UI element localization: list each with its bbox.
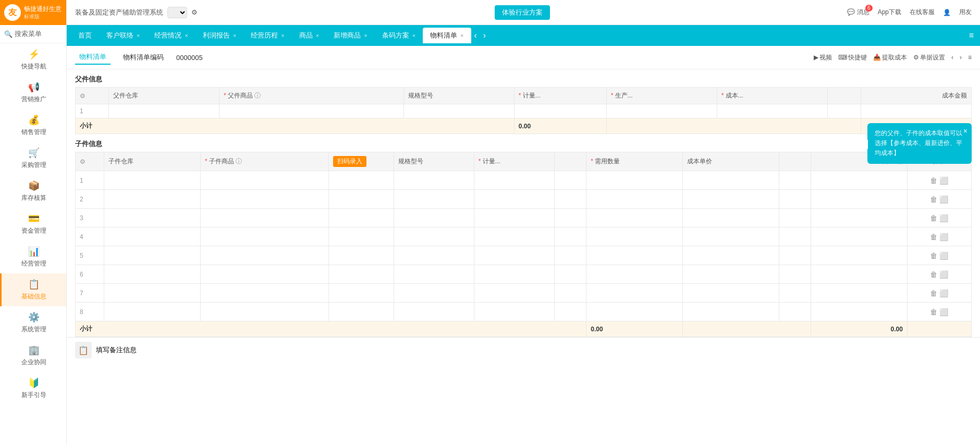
copy-icon[interactable]: ⬜ bbox=[939, 195, 948, 203]
sidebar-item-inventory[interactable]: 📦 库存核算 bbox=[0, 175, 66, 208]
tabs-arrow-right[interactable]: › bbox=[480, 29, 489, 42]
sidebar-item-finance[interactable]: 💳 资金管理 bbox=[0, 208, 66, 241]
child-row-unit[interactable] bbox=[474, 246, 554, 265]
child-row-product[interactable] bbox=[201, 303, 329, 321]
delete-icon[interactable]: 🗑 bbox=[930, 176, 937, 185]
child-row-required-qty[interactable] bbox=[586, 190, 683, 209]
child-row-warehouse[interactable] bbox=[104, 190, 201, 209]
child-row-unit-cost[interactable] bbox=[682, 265, 779, 284]
child-row-unit-cost[interactable] bbox=[682, 246, 779, 265]
copy-icon[interactable]: ⬜ bbox=[939, 251, 948, 260]
action-extract-cost[interactable]: 📥 提取成本 bbox=[873, 53, 907, 62]
scan-button[interactable]: 扫码录入 bbox=[333, 156, 366, 167]
child-row-unit-cost[interactable] bbox=[682, 171, 779, 190]
child-row-required-qty[interactable] bbox=[586, 303, 683, 321]
delete-icon[interactable]: 🗑 bbox=[930, 308, 937, 316]
child-row-warehouse[interactable] bbox=[104, 303, 201, 321]
sub-tab-bom[interactable]: 物料清单 bbox=[75, 50, 111, 65]
action-single-settings[interactable]: ⚙ 单据设置 bbox=[913, 53, 945, 62]
app-download[interactable]: App下载 bbox=[878, 8, 901, 17]
child-row-unit[interactable] bbox=[474, 265, 554, 284]
delete-icon[interactable]: 🗑 bbox=[930, 233, 937, 241]
action-view[interactable]: ▶ 视频 bbox=[814, 53, 832, 62]
tab-products-close[interactable]: × bbox=[316, 32, 319, 39]
child-row-unit-cost[interactable] bbox=[682, 303, 779, 321]
user-name[interactable]: 用友 bbox=[959, 8, 972, 17]
tab-barcode-close[interactable]: × bbox=[412, 32, 415, 39]
online-service[interactable]: 在线客服 bbox=[910, 8, 935, 17]
child-row-product[interactable] bbox=[201, 171, 329, 190]
sidebar-item-enterprise[interactable]: 🏢 企业协同 bbox=[0, 339, 66, 372]
child-row-product[interactable] bbox=[201, 246, 329, 265]
tab-profit-close[interactable]: × bbox=[233, 32, 236, 39]
tab-customer[interactable]: 客户联络 × bbox=[99, 28, 147, 43]
tab-operations-history[interactable]: 经营历程 × bbox=[243, 28, 291, 43]
child-row-unit-cost[interactable] bbox=[682, 284, 779, 303]
parent-gear-icon[interactable]: ⚙ bbox=[80, 92, 85, 100]
child-row-warehouse[interactable] bbox=[104, 265, 201, 284]
child-row-unit[interactable] bbox=[474, 303, 554, 321]
sidebar-item-guide[interactable]: 🔰 新手引导 bbox=[0, 372, 66, 405]
copy-icon[interactable]: ⬜ bbox=[939, 214, 948, 222]
tabs-close-all[interactable]: ≡ bbox=[967, 29, 976, 42]
child-row-warehouse[interactable] bbox=[104, 209, 201, 227]
child-row-warehouse[interactable] bbox=[104, 227, 201, 246]
tab-customer-close[interactable]: × bbox=[137, 32, 140, 39]
parent-row-production[interactable] bbox=[606, 104, 717, 118]
child-row-required-qty[interactable] bbox=[586, 227, 683, 246]
child-row-product[interactable] bbox=[201, 284, 329, 303]
tab-profit-report[interactable]: 利润报告 × bbox=[195, 28, 243, 43]
child-row-spec[interactable] bbox=[394, 265, 474, 284]
child-row-required-qty[interactable] bbox=[586, 246, 683, 265]
delete-icon[interactable]: 🗑 bbox=[930, 289, 937, 297]
sub-tab-bom-code[interactable]: 物料清单编码 bbox=[119, 51, 168, 64]
delete-icon[interactable]: 🗑 bbox=[930, 195, 937, 203]
tab-new-product[interactable]: 新增商品 × bbox=[326, 28, 374, 43]
sidebar-search[interactable]: 🔍 搜索菜单 bbox=[0, 25, 66, 43]
sidebar-item-quick-nav[interactable]: ⚡ 快捷导航 bbox=[0, 43, 66, 76]
child-row-required-qty[interactable] bbox=[586, 284, 683, 303]
tab-products[interactable]: 商品 × bbox=[292, 28, 326, 43]
sidebar-item-sales[interactable]: 💰 销售管理 bbox=[0, 109, 66, 142]
child-row-product[interactable] bbox=[201, 190, 329, 209]
child-col-settings[interactable]: ⚙ bbox=[76, 152, 104, 171]
copy-icon[interactable]: ⬜ bbox=[939, 233, 948, 241]
delete-icon[interactable]: 🗑 bbox=[930, 270, 937, 279]
copy-icon[interactable]: ⬜ bbox=[939, 308, 948, 316]
child-row-product[interactable] bbox=[201, 227, 329, 246]
child-row-required-qty[interactable] bbox=[586, 265, 683, 284]
child-row-spec[interactable] bbox=[394, 303, 474, 321]
child-row-required-qty[interactable] bbox=[586, 171, 683, 190]
tab-new-product-close[interactable]: × bbox=[364, 32, 367, 39]
tab-operations-status[interactable]: 经营情况 × bbox=[147, 28, 195, 43]
delete-icon[interactable]: 🗑 bbox=[930, 251, 937, 260]
tab-operations-close[interactable]: × bbox=[185, 32, 188, 39]
tab-home[interactable]: 首页 bbox=[71, 28, 99, 43]
child-row-product[interactable] bbox=[201, 209, 329, 227]
parent-col-settings[interactable]: ⚙ bbox=[76, 88, 109, 104]
child-row-spec[interactable] bbox=[394, 209, 474, 227]
system-selector[interactable] bbox=[167, 7, 187, 18]
child-row-required-qty[interactable] bbox=[586, 209, 683, 227]
nav-arrow-prev[interactable]: ‹ bbox=[951, 54, 953, 61]
child-row-spec[interactable] bbox=[394, 246, 474, 265]
parent-row-cost[interactable] bbox=[717, 104, 827, 118]
tab-bom-close[interactable]: × bbox=[460, 32, 463, 39]
child-row-product[interactable] bbox=[201, 265, 329, 284]
child-row-spec[interactable] bbox=[394, 227, 474, 246]
sidebar-item-marketing[interactable]: 📢 营销推广 bbox=[0, 76, 66, 109]
child-row-spec[interactable] bbox=[394, 171, 474, 190]
copy-icon[interactable]: ⬜ bbox=[939, 270, 948, 279]
parent-row-spec[interactable] bbox=[403, 104, 514, 118]
child-row-unit-cost[interactable] bbox=[682, 190, 779, 209]
nav-arrow-next[interactable]: › bbox=[960, 54, 962, 61]
message-wrap[interactable]: 💬 6 消息 bbox=[847, 8, 869, 17]
child-row-unit-cost[interactable] bbox=[682, 227, 779, 246]
child-row-unit[interactable] bbox=[474, 209, 554, 227]
child-row-unit-cost[interactable] bbox=[682, 209, 779, 227]
sidebar-item-system[interactable]: ⚙️ 系统管理 bbox=[0, 306, 66, 339]
tab-bom[interactable]: 物料清单 × bbox=[423, 28, 471, 43]
copy-icon[interactable]: ⬜ bbox=[939, 176, 948, 185]
child-gear-icon[interactable]: ⚙ bbox=[80, 158, 85, 165]
tab-barcode[interactable]: 条码方案 × bbox=[375, 28, 423, 43]
